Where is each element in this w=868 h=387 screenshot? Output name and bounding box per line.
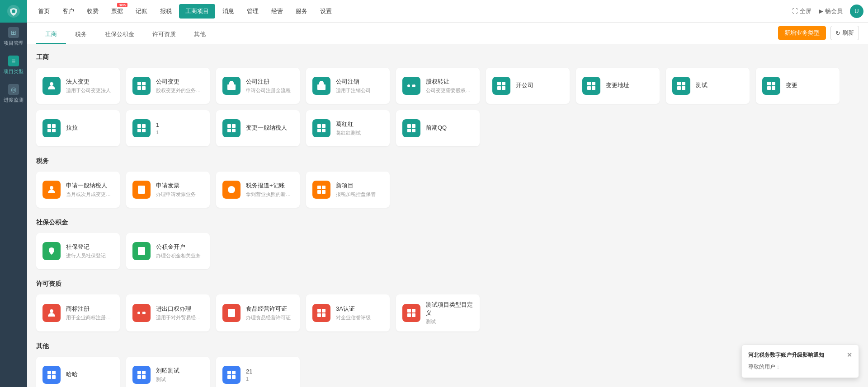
nav-billing[interactable]: 收费 [80,0,105,23]
card-open-company[interactable]: 开公司 [486,68,570,104]
svg-rect-77 [412,313,415,317]
section-title-other: 其他 [36,342,859,350]
card-test-project-type[interactable]: 测试项目类型目定义 测试 [396,294,480,331]
card-text-change-address: 变更地址 [606,81,653,91]
card-text-legal-change: 法人变更 适用于公司变更法人 [66,78,113,94]
svg-rect-17 [587,82,591,85]
member-button[interactable]: ▶ 畅会员 [819,7,843,15]
svg-rect-78 [47,371,51,374]
card-3a-cert[interactable]: 3A认证 对企业信誉评级 [306,294,390,331]
svg-point-63 [50,309,53,313]
tab-other[interactable]: 其他 [185,26,215,44]
fullscreen-button[interactable]: ⛶ 全屏 [792,7,811,15]
svg-rect-72 [317,313,321,317]
card-apply-taxpayer[interactable]: 申请一般纳税人 当月或次月成变更完成 [36,172,120,208]
card-num1[interactable]: 1 1 [126,110,210,146]
card-icon-new-project [312,181,330,199]
nav-ticket[interactable]: 票据 new [105,0,129,23]
card-apply-invoice[interactable]: 申请发票 办理申请发票业务 [126,172,210,208]
svg-point-64 [137,312,140,314]
nav-business[interactable]: 工商项目 [179,4,215,19]
card-icon-lala [42,119,61,137]
card-icon-company-register [222,77,241,95]
notification-close-button[interactable]: ✕ [847,351,852,359]
nav-customer[interactable]: 客户 [56,0,80,23]
card-lala[interactable]: 拉拉 [36,110,120,146]
card-icon-qianqi-qq [402,119,420,137]
card-change-address[interactable]: 变更地址 [576,68,660,104]
card-text-company-cancel: 公司注销 适用于注销公司 [336,78,383,94]
card-text-tax-report: 税务报道+记账 拿到营业执照的新公司 [246,182,293,198]
svg-rect-58 [322,190,326,194]
card-fund-account[interactable]: 公积金开户 办理公积金相关业务 [126,233,210,269]
sidebar-item-project-type[interactable]: ≡ 项目类型 [0,51,27,79]
card-social-register[interactable]: 社保登记 进行人员社保登记 [36,233,120,269]
card-mahonghong[interactable]: 葛红红 葛红红测试 [306,110,390,146]
card-biane[interactable]: 变更 [756,68,840,104]
svg-rect-14 [502,82,505,85]
svg-rect-15 [497,86,501,90]
card-icon-trademark [42,304,61,322]
card-icon-test-project-type [402,304,420,322]
nav-service[interactable]: 服务 [289,0,314,23]
card-haha[interactable]: 哈哈 [36,357,120,387]
content-area: 工商 税务 社保公积金 许可资质 其他 新增业务类型 ↻ 刷新 工商 [27,23,868,387]
card-import-export[interactable]: 进出口权办理 适用于对外贸易经营者 [126,294,210,331]
card-icon-num21 [222,366,241,384]
svg-rect-30 [52,124,56,128]
svg-rect-3 [137,82,141,85]
tab-shuiwu[interactable]: 税务 [66,26,96,44]
svg-rect-40 [232,129,236,132]
cards-grid-other: 哈哈 刘昭测试 测试 [36,357,859,387]
svg-rect-19 [587,86,591,90]
card-new-project[interactable]: 新项目 报税加税控盘保管 [306,172,390,208]
member-icon: ▶ [819,8,823,14]
card-text-apply-taxpayer: 申请一般纳税人 当月或次月成变更完成 [66,182,113,198]
card-company-register[interactable]: 公司注册 申请公司注册全流程 [216,68,300,104]
nav-operation[interactable]: 经营 [265,0,289,23]
progress-monitor-icon: ◎ [8,84,19,95]
sidebar-item-progress-monitor[interactable]: ◎ 进度监测 [0,79,27,108]
card-text-haha: 哈哈 [66,370,113,380]
card-equity-transfer[interactable]: 股权转让 公司变更需要股权转让 [396,68,480,104]
tab-gongshang[interactable]: 工商 [36,26,66,44]
card-legal-change[interactable]: 法人变更 适用于公司变更法人 [36,68,120,104]
card-tax-report[interactable]: 税务报道+记账 拿到营业执照的新公司 [216,172,300,208]
add-type-button[interactable]: 新增业务类型 [778,26,826,40]
card-company-change[interactable]: 公司变更 股权变更外的业务变更 [126,68,210,104]
svg-rect-26 [772,82,775,85]
svg-rect-6 [142,86,146,90]
nav-message[interactable]: 消息 [216,0,241,23]
avatar[interactable]: U [850,5,863,18]
svg-point-49 [50,186,53,190]
nav-home[interactable]: 首页 [32,0,56,23]
refresh-button[interactable]: ↻ 刷新 [830,26,859,40]
card-text-new-project: 新项目 报税加税控盘保管 [336,182,383,198]
nav-accounting[interactable]: 记账 [129,0,154,23]
nav-manage[interactable]: 管理 [241,0,265,23]
tab-xuke[interactable]: 许可资质 [143,26,185,44]
sidebar: ⊞ 项目管理 ≡ 项目类型 ◎ 进度监测 [0,0,27,387]
card-trademark[interactable]: 商标注册 用于企业商标注册服务 [36,294,120,331]
sidebar-item-project-manage[interactable]: ⊞ 项目管理 [0,23,27,51]
card-text-food-license: 食品经营许可证 办理食品经营许可证 [246,305,293,321]
card-qianqi-qq[interactable]: 前期QQ [396,110,480,146]
notification-content: 尊敬的用户： [748,363,852,371]
tab-shebao[interactable]: 社保公积金 [96,26,143,44]
card-num21[interactable]: 21 1 [216,357,300,387]
svg-rect-86 [227,371,231,374]
svg-rect-4 [142,82,146,85]
card-test[interactable]: 测试 [666,68,750,104]
svg-rect-16 [502,86,505,90]
svg-rect-44 [322,129,326,132]
card-company-cancel[interactable]: 公司注销 适用于注销公司 [306,68,390,104]
topnav-right: ⛶ 全屏 ▶ 畅会员 U [792,5,863,18]
nav-tax[interactable]: 报税 [154,0,178,23]
card-liuchao-test[interactable]: 刘昭测试 测试 [126,357,210,387]
card-text-change-taxpayer: 变更一般纳税人 [246,124,293,133]
topnav: 首页 客户 收费 票据 new 记账 报税 工商项目 消息 管理 经营 服务 设… [27,0,868,23]
card-icon-fund-account [132,242,151,260]
card-food-license[interactable]: 食品经营许可证 办理食品经营许可证 [216,294,300,331]
nav-settings[interactable]: 设置 [314,0,338,23]
card-change-taxpayer[interactable]: 变更一般纳税人 [216,110,300,146]
